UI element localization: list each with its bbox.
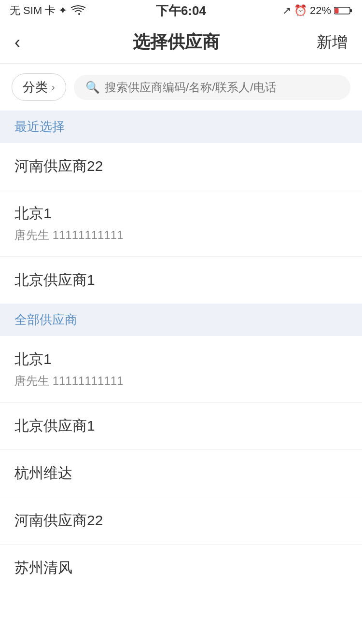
category-button[interactable]: 分类 ›	[12, 73, 66, 101]
all-item-1[interactable]: 北京供应商1	[0, 403, 362, 450]
recent-item-name-0: 河南供应商22	[14, 156, 348, 176]
all-item-4[interactable]: 苏州清风	[0, 545, 362, 591]
all-item-3[interactable]: 河南供应商22	[0, 497, 362, 545]
location-icon: ↗	[282, 4, 291, 17]
status-left: 无 SIM 卡 ✦	[10, 3, 85, 18]
battery-icon	[334, 6, 352, 15]
all-section-header: 全部供应商	[0, 304, 362, 336]
status-bar: 无 SIM 卡 ✦ 下午6:04 ↗ ⏰ 22%	[0, 0, 362, 21]
category-label: 分类	[23, 79, 48, 96]
all-item-name-0: 北京1	[14, 350, 348, 369]
search-icon: 🔍	[85, 81, 100, 94]
wifi-icon	[71, 5, 85, 16]
all-item-name-3: 河南供应商22	[14, 511, 348, 531]
recent-items-list: 河南供应商22 北京1 唐先生 11111111111 北京供应商1	[0, 143, 362, 304]
back-button[interactable]: ‹	[14, 32, 43, 53]
page-title: 选择供应商	[133, 30, 220, 54]
recent-item-sub-1: 唐先生 11111111111	[14, 227, 348, 243]
all-item-name-2: 杭州维达	[14, 463, 348, 483]
search-input[interactable]	[105, 81, 339, 94]
recent-item-name-2: 北京供应商1	[14, 270, 348, 290]
recent-item-2[interactable]: 北京供应商1	[0, 257, 362, 304]
recent-section-label: 最近选择	[14, 119, 65, 134]
search-input-wrap[interactable]: 🔍	[74, 75, 350, 100]
svg-rect-1	[350, 9, 352, 12]
nav-bar: ‹ 选择供应商 新增	[0, 21, 362, 64]
search-bar: 分类 › 🔍	[0, 64, 362, 111]
svg-rect-2	[335, 8, 339, 14]
status-time: 下午6:04	[156, 2, 206, 19]
alarm-icon: ⏰	[294, 4, 307, 17]
recent-item-1[interactable]: 北京1 唐先生 11111111111	[0, 190, 362, 257]
all-item-sub-0: 唐先生 11111111111	[14, 373, 348, 389]
no-sim-label: 无 SIM 卡 ✦	[10, 3, 67, 18]
add-button[interactable]: 新增	[309, 32, 348, 53]
all-item-0[interactable]: 北京1 唐先生 11111111111	[0, 336, 362, 403]
all-section-label: 全部供应商	[14, 312, 77, 327]
chevron-right-icon: ›	[52, 82, 55, 93]
recent-item-0[interactable]: 河南供应商22	[0, 143, 362, 190]
all-item-name-4: 苏州清风	[14, 558, 348, 578]
status-right: ↗ ⏰ 22%	[282, 4, 352, 17]
all-items-list: 北京1 唐先生 11111111111 北京供应商1 杭州维达 河南供应商22 …	[0, 336, 362, 591]
battery-percent: 22%	[310, 4, 331, 17]
all-item-2[interactable]: 杭州维达	[0, 450, 362, 497]
all-item-name-1: 北京供应商1	[14, 416, 348, 436]
recent-section-header: 最近选择	[0, 111, 362, 143]
recent-item-name-1: 北京1	[14, 204, 348, 224]
